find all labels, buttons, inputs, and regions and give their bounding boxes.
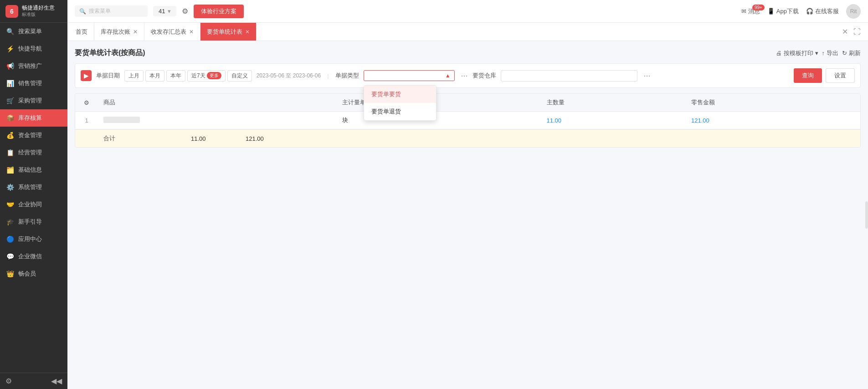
tab-home[interactable]: 首页 — [73, 23, 94, 41]
sales-icon: 📊 — [5, 80, 15, 87]
sidebar-item-enterprise-wechat[interactable]: 💬 企业微信 — [0, 248, 67, 265]
purchase-icon: 🛒 — [5, 97, 15, 104]
chevron-down-icon: ▾ — [168, 8, 171, 15]
refresh-button[interactable]: ↻ 刷新 — [842, 49, 861, 57]
online-service-label: 在线客服 — [815, 7, 839, 15]
sidebar-item-app-center[interactable]: 🔵 应用中心 — [0, 230, 67, 248]
sidebar-item-search[interactable]: 🔍 搜索菜单 — [0, 23, 67, 40]
sidebar-item-ops[interactable]: 📋 经营管理 — [0, 144, 67, 161]
page-content: 要货单统计表(按商品) 🖨 按模板打印 ▾ ↑ 导出 ↻ 刷新 ▶ — [67, 41, 868, 389]
scroll-handle[interactable] — [865, 201, 868, 229]
app-download-label: App下载 — [776, 7, 799, 15]
warehouse-input[interactable] — [501, 70, 637, 82]
print-icon: 🖨 — [776, 50, 782, 56]
avatar[interactable]: Rit — [846, 4, 861, 19]
sidebar-item-enterprise-collab[interactable]: 🤝 企业协同 — [0, 196, 67, 213]
trial-button[interactable]: 体验行业方案 — [194, 5, 244, 18]
sidebar-item-label: 新手引导 — [18, 218, 42, 226]
tab-inventory-batch[interactable]: 库存批次账 ✕ — [94, 23, 144, 41]
close-icon[interactable]: ✕ — [245, 29, 250, 35]
sidebar-logo: 6 畅捷通好生意 标准版 — [0, 0, 67, 23]
close-icon[interactable]: ✕ — [189, 29, 194, 35]
sidebar-item-system[interactable]: ⚙️ 系统管理 — [0, 179, 67, 196]
amount-link[interactable]: 121.00 — [691, 117, 709, 124]
app-download-button[interactable]: 📱 App下载 — [767, 7, 799, 15]
page-header: 要货单统计表(按商品) 🖨 按模板打印 ▾ ↑ 导出 ↻ 刷新 — [75, 48, 861, 58]
collapse-icon[interactable]: ◀◀ — [51, 377, 62, 385]
last-month-button[interactable]: 上月 — [124, 70, 144, 82]
last-7days-button[interactable]: 近7天 更多 — [187, 70, 226, 82]
settings-icon[interactable]: ⚙ — [5, 377, 12, 385]
filter-action-buttons: 查询 设置 — [794, 68, 855, 83]
sidebar-item-quick-nav[interactable]: ⚡ 快捷导航 — [0, 40, 67, 57]
col-settings[interactable]: ⚙ — [75, 94, 98, 112]
sidebar-item-label: 搜索菜单 — [18, 27, 42, 36]
tab-order-stats[interactable]: 要货单统计表 ✕ — [200, 23, 257, 41]
app-logo-icon: 6 — [5, 5, 18, 18]
app-sub: 标准版 — [22, 11, 55, 18]
quantity-link[interactable]: 11.00 — [547, 117, 562, 124]
marketing-icon: 📢 — [5, 62, 15, 70]
sidebar-item-inventory[interactable]: 📦 库存核算 — [0, 109, 67, 127]
custom-date-button[interactable]: 自定义 — [227, 70, 252, 82]
num-badge[interactable]: 41 ▾ — [153, 6, 176, 16]
wechat-icon: 💬 — [5, 253, 15, 260]
system-icon: ⚙️ — [5, 184, 15, 191]
sidebar-item-guide[interactable]: 🎓 新手引导 — [0, 213, 67, 230]
expand-tabs-icon[interactable]: ⛶ — [852, 28, 863, 36]
export-button[interactable]: ↑ 导出 — [822, 49, 839, 57]
sidebar-item-marketing[interactable]: 📢 营销推广 — [0, 57, 67, 75]
message-icon: ✉ — [741, 8, 746, 15]
print-template-button[interactable]: 🖨 按模板打印 ▾ — [776, 49, 818, 57]
sidebar-item-label: 企业微信 — [18, 252, 42, 261]
ops-icon: 📋 — [5, 149, 15, 156]
sidebar-item-label: 畅会员 — [18, 270, 36, 278]
warehouse-more-icon[interactable]: ··· — [644, 72, 651, 80]
query-button[interactable]: 查询 — [794, 68, 822, 83]
footer-quantity: 11.00 — [191, 135, 246, 142]
this-year-button[interactable]: 本年 — [166, 70, 185, 82]
quick-nav-icon: ⚡ — [5, 45, 15, 52]
more-options-icon[interactable]: ··· — [461, 72, 468, 80]
settings-button[interactable]: 设置 — [826, 68, 855, 83]
table-header-row: ⚙ 商品 主计量单位 主数量 零售金额 — [75, 94, 860, 112]
app-center-icon: 🔵 — [5, 235, 15, 243]
page-actions: 🖨 按模板打印 ▾ ↑ 导出 ↻ 刷新 — [776, 49, 861, 57]
sidebar-item-label: 应用中心 — [18, 235, 42, 243]
gear-icon[interactable]: ⚙ — [182, 7, 188, 15]
sidebar-item-label: 系统管理 — [18, 183, 42, 191]
main-area: 🔍 搜索菜单 41 ▾ ⚙ 体验行业方案 ✉ 消息 99+ 📱 App下载 🎧 … — [67, 0, 868, 389]
message-badge: 99+ — [752, 5, 765, 10]
chevron-up-icon: ▲ — [445, 72, 451, 79]
collab-icon: 🤝 — [5, 201, 15, 208]
sidebar-item-member[interactable]: 👑 畅会员 — [0, 265, 67, 282]
filter-expand-button[interactable]: ▶ — [81, 70, 92, 81]
tab-receive-summary[interactable]: 收发存汇总表 ✕ — [144, 23, 200, 41]
download-icon: 📱 — [767, 8, 775, 15]
export-label: 导出 — [827, 49, 838, 57]
search-box[interactable]: 🔍 搜索菜单 — [75, 5, 148, 17]
type-select[interactable]: ▲ 要货单要货 要货单退货 — [364, 70, 455, 81]
close-icon[interactable]: ✕ — [133, 29, 138, 35]
this-month-button[interactable]: 本月 — [145, 70, 164, 82]
sidebar-item-purchase[interactable]: 🛒 采购管理 — [0, 92, 67, 109]
row-quantity: 11.00 — [541, 112, 686, 129]
tab-home-label: 首页 — [76, 28, 87, 36]
inventory-icon: 📦 — [5, 114, 15, 122]
dropdown-item-order[interactable]: 要货单要货 — [364, 86, 436, 103]
close-all-tabs-icon[interactable]: ✕ — [838, 27, 852, 36]
sidebar-item-sales[interactable]: 📊 销售管理 — [0, 75, 67, 92]
sidebar-item-label: 企业协同 — [18, 200, 42, 209]
online-service-button[interactable]: 🎧 在线客服 — [806, 7, 839, 15]
dropdown-item-return[interactable]: 要货单退货 — [364, 103, 436, 120]
member-icon: 👑 — [5, 270, 15, 277]
tab-order-stats-label: 要货单统计表 — [207, 28, 242, 36]
sidebar: 6 畅捷通好生意 标准版 🔍 搜索菜单 ⚡ 快捷导航 📢 营销推广 📊 销售管理… — [0, 0, 67, 389]
sidebar-item-finance[interactable]: 💰 资金管理 — [0, 127, 67, 144]
sidebar-item-basic-info[interactable]: 🗂️ 基础信息 — [0, 161, 67, 179]
tabs-bar: 首页 库存批次账 ✕ 收发存汇总表 ✕ 要货单统计表 ✕ ✕ ⛶ — [67, 23, 868, 41]
last-7days-label: 近7天 — [191, 72, 205, 80]
service-icon: 🎧 — [806, 8, 813, 15]
warehouse-label: 要货仓库 — [473, 72, 496, 80]
message-button[interactable]: ✉ 消息 99+ — [741, 7, 760, 15]
